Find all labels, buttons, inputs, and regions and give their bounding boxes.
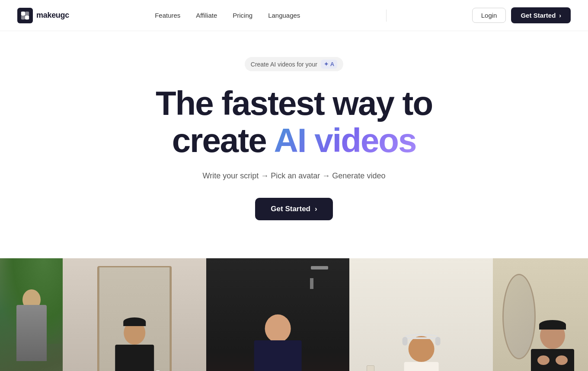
video-card-4: Man with headphones seated — [349, 258, 493, 371]
get-started-nav-arrow: › — [559, 12, 561, 19]
hero-subtitle: Write your script → Pick an avatar → Gen… — [9, 171, 579, 181]
hero-title-gradient: AI videos — [274, 122, 416, 159]
nav-item-features[interactable]: Features — [155, 12, 180, 19]
svg-rect-0 — [21, 11, 25, 15]
hero-title-line1: The fastest way to — [9, 85, 579, 122]
hero-title-line2: create AI videos — [9, 122, 579, 159]
video-card-3: Woman holding jar product — [206, 258, 350, 371]
get-started-hero-arrow: › — [315, 205, 317, 213]
hero-title-plain: create — [172, 122, 266, 159]
logo-svg — [20, 11, 30, 20]
video-card-5: Woman looking at camera — [493, 258, 588, 371]
nav-links: Features Affiliate Pricing Languages — [155, 12, 300, 19]
nav-actions: Login Get Started › — [472, 7, 571, 23]
svg-rect-3 — [25, 16, 29, 19]
logo-text: makeugc — [36, 11, 69, 20]
logo[interactable]: makeugc — [17, 8, 69, 23]
hero-badge-icon: ✦ A — [321, 60, 337, 69]
nav-link-features[interactable]: Features — [155, 12, 180, 19]
video-grid: Person with product outdoors Person hold… — [0, 258, 588, 371]
badge-icon-label: A — [330, 61, 334, 67]
get-started-nav-label: Get Started — [521, 12, 556, 19]
badge-icon-symbol: ✦ — [324, 61, 329, 67]
get-started-nav-button[interactable]: Get Started › — [511, 7, 571, 23]
logo-icon — [17, 8, 33, 23]
nav-link-languages[interactable]: Languages — [268, 12, 300, 19]
nav-divider — [386, 10, 387, 22]
video-card-1: Person with product outdoors — [0, 258, 63, 371]
hero-badge-text: Create AI videos for your — [251, 61, 317, 68]
hero-badge: Create AI videos for your ✦ A — [245, 57, 343, 71]
nav-item-affiliate[interactable]: Affiliate — [196, 12, 217, 19]
navbar: makeugc Features Affiliate Pricing Langu… — [0, 0, 588, 31]
svg-rect-2 — [21, 16, 25, 19]
nav-link-affiliate[interactable]: Affiliate — [196, 12, 217, 19]
get-started-hero-label: Get Started — [271, 205, 310, 213]
login-button[interactable]: Login — [472, 8, 506, 23]
hero-section: Create AI videos for your ✦ A The fastes… — [0, 31, 588, 238]
nav-item-languages[interactable]: Languages — [268, 12, 300, 19]
nav-item-pricing[interactable]: Pricing — [233, 12, 252, 19]
nav-link-pricing[interactable]: Pricing — [233, 12, 252, 19]
video-card-2: Person holding sunscreen product — [63, 258, 206, 371]
get-started-hero-button[interactable]: Get Started › — [255, 198, 332, 220]
svg-rect-1 — [25, 11, 29, 15]
